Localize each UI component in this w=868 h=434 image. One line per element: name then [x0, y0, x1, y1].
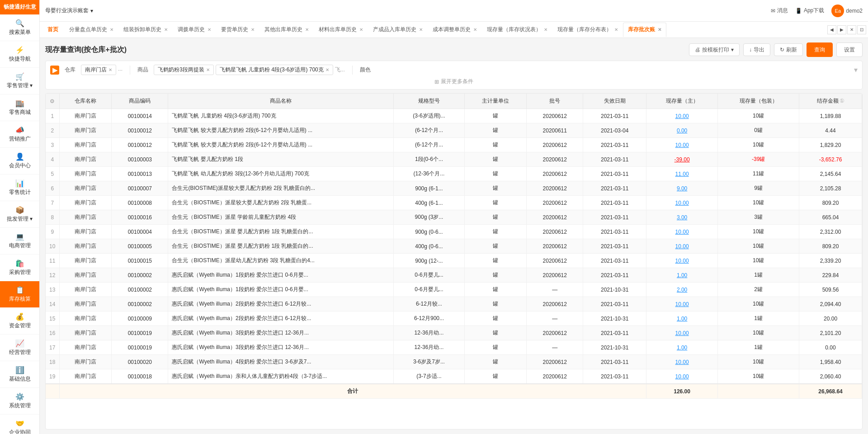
filter-sep-1	[130, 66, 130, 75]
page-content: 现存量查询(按仓库+批次) 🖨 按模板打印 ▾ ↓ 导出 ↻ 刷新 查询	[40, 38, 868, 434]
industry-selector[interactable]: 母婴行业演示账套 ▾	[45, 7, 93, 14]
table-row: 13 南岸门店 00100002 惠氏启赋（Wyeth illuma）1段奶粉 …	[46, 283, 862, 297]
col-qty-main: 现存量（主）	[646, 94, 717, 109]
table-row: 11 南岸门店 00100015 合生元（BIOSTIME）派星幼儿配方奶粉 3…	[46, 254, 862, 268]
tab-4[interactable]: 要货单历史✕	[216, 23, 259, 37]
tab-3[interactable]: 调拨单历史✕	[173, 23, 216, 37]
sidebar-item-15[interactable]: 🤝企业协同	[0, 415, 39, 434]
header-left: 母婴行业演示账套 ▾	[45, 7, 93, 14]
tab-prev-btn[interactable]: ◀	[827, 25, 836, 34]
filter-collapse-arrow[interactable]: ▾	[854, 66, 858, 74]
goods-tag-2-remove[interactable]: ✕	[326, 67, 329, 72]
sidebar-item-7[interactable]: 📦批发管理 ▾	[0, 201, 39, 228]
query-btn[interactable]: 查询	[807, 42, 833, 57]
tab-9[interactable]: 现存量（库存状况表）✕	[482, 23, 552, 37]
tab-1[interactable]: 分量盘点单历史✕	[64, 23, 118, 37]
tab-next-btn[interactable]: ▶	[837, 25, 846, 34]
tab-0[interactable]: 首页	[42, 23, 64, 37]
warehouse-tag-remove[interactable]: ✕	[108, 67, 112, 72]
sidebar-item-10[interactable]: 📋库存核算	[0, 281, 39, 308]
filter-expand-btn[interactable]: ▶	[50, 66, 59, 75]
sidebar-item-6[interactable]: 📊零售统计	[0, 175, 39, 201]
tab-close-4[interactable]: ✕	[251, 27, 255, 32]
table-row: 7 南岸门店 00100008 合生元（BIOSTIME）派星较大婴儿配方奶粉 …	[46, 196, 862, 210]
color-filter-label: 颜色	[360, 66, 371, 74]
tab-close-btn[interactable]: ✕	[847, 25, 856, 34]
tab-6[interactable]: 材料出库单历史✕	[314, 23, 368, 37]
goods-tag-2: 飞鹤星飞帆 儿童奶粉 4段(3-6岁适用) 700克 ✕	[216, 65, 333, 75]
tab-close-8[interactable]: ✕	[473, 27, 477, 32]
tab-close-10[interactable]: ✕	[614, 27, 618, 32]
warehouse-filter-tags: 南岸门店 ✕ ···	[81, 65, 123, 75]
print-btn[interactable]: 🖨 按模板打印 ▾	[689, 43, 740, 56]
col-warehouse: 仓库名称	[59, 94, 112, 109]
user-profile[interactable]: Ea demo2	[831, 5, 863, 17]
table-row: 16 南岸门店 00100019 惠氏启赋（Wyeth illuma）3段奶粉 …	[46, 326, 862, 340]
sidebar-item-4[interactable]: 📣营销推广	[0, 121, 39, 148]
expand-down-icon: ⊞	[434, 79, 439, 85]
tab-close-2[interactable]: ✕	[164, 27, 168, 32]
sidebar-item-13[interactable]: ℹ️基础信息	[0, 361, 39, 388]
inventory-table: ⚙ 仓库名称 商品编码 商品名称 规格型号 主计量单位 批号 失效日期 现存量（…	[46, 94, 862, 399]
tab-5[interactable]: 其他出库单历史✕	[259, 23, 314, 37]
table-row: 8 南岸门店 00100016 合生元（BIOSTIME）派星 学龄前儿童配方奶…	[46, 210, 862, 225]
sidebar-item-3[interactable]: 🏬零售商城	[0, 94, 39, 121]
table-row: 4 南岸门店 00100003 飞鹤星飞帆 婴儿配方奶粉 1段 1段(0-6个.…	[46, 152, 862, 167]
tab-close-5[interactable]: ✕	[305, 27, 309, 32]
tab-menu-btn[interactable]: ⊡	[857, 25, 866, 34]
tab-8[interactable]: 成本调整单历史✕	[428, 23, 482, 37]
header-right: ✉ 消息 📱 App下载 Ea demo2	[771, 5, 863, 17]
industry-label: 母婴行业演示账套	[45, 7, 89, 14]
col-code: 商品编码	[112, 94, 168, 109]
export-btn[interactable]: ↓ 导出	[743, 43, 770, 56]
app-download-btn[interactable]: 📱 App下载	[795, 7, 824, 14]
tab-close-7[interactable]: ✕	[419, 27, 423, 32]
col-settings[interactable]: ⚙	[46, 94, 59, 109]
sidebar-item-12[interactable]: 📈经营管理	[0, 335, 39, 361]
sidebar: 畅捷通好生意 🔍搜索菜单⚡快捷导航🛒零售管理 ▾🏬零售商城📣营销推广👤会员中心📊…	[0, 0, 40, 434]
table-header-row: ⚙ 仓库名称 商品编码 商品名称 规格型号 主计量单位 批号 失效日期 现存量（…	[46, 94, 862, 109]
table-row: 19 南岸门店 00100018 惠氏启赋（Wyeth illuma）亲和人体儿…	[46, 369, 862, 384]
tab-close-6[interactable]: ✕	[359, 27, 363, 32]
sidebar-item-1[interactable]: ⚡快捷导航	[0, 41, 39, 68]
sidebar-item-8[interactable]: 💻电商管理	[0, 228, 39, 255]
tab-2[interactable]: 组装拆卸单历史✕	[118, 23, 173, 37]
tab-close-11[interactable]: ✕	[658, 27, 661, 32]
page-title: 现存量查询(按仓库+批次)	[45, 45, 127, 55]
table-row: 12 南岸门店 00100002 惠氏启赋（Wyeth illuma）1段奶粉 …	[46, 268, 862, 283]
sidebar-item-11[interactable]: 💰资金管理	[0, 308, 39, 335]
warehouse-filter-more[interactable]: ···	[118, 67, 123, 73]
goods-tag-1-remove[interactable]: ✕	[206, 67, 210, 72]
col-expire: 失效日期	[583, 94, 646, 109]
sidebar-item-9[interactable]: 🛍️采购管理	[0, 255, 39, 281]
tab-11[interactable]: 库存批次账✕	[623, 23, 666, 37]
table-row: 18 南岸门店 00100020 惠氏启赋（Wyeth illuma）4段奶粉 …	[46, 355, 862, 369]
tab-10[interactable]: 现存量（库存分布表）✕	[552, 23, 623, 37]
tab-arrows: ◀ ▶ ✕ ⊡	[827, 25, 866, 34]
refresh-btn[interactable]: ↻ 刷新	[774, 43, 803, 56]
message-icon: ✉	[771, 8, 775, 14]
goods-filter-more[interactable]: 飞...	[335, 66, 345, 74]
tab-bar: 首页分量盘点单历史✕组装拆卸单历史✕调拨单历史✕要货单历史✕其他出库单历史✕材料…	[40, 22, 868, 38]
warehouse-tag: 南岸门店 ✕	[81, 65, 116, 75]
download-icon: 📱	[795, 8, 802, 14]
avatar: Ea	[831, 5, 844, 17]
col-spec: 规格型号	[393, 94, 464, 109]
sidebar-item-14[interactable]: ⚙️系统管理	[0, 388, 39, 415]
tab-close-1[interactable]: ✕	[110, 27, 113, 32]
page-header: 现存量查询(按仓库+批次) 🖨 按模板打印 ▾ ↓ 导出 ↻ 刷新 查询	[45, 42, 863, 57]
filter-row: ▶ 仓库 南岸门店 ✕ ··· 商品 飞鹤奶粉3段两提装 ✕	[50, 65, 858, 75]
sidebar-item-2[interactable]: 🛒零售管理 ▾	[0, 68, 39, 94]
table-row: 10 南岸门店 00100005 合生元（BIOSTIME）派星 婴儿配方奶粉 …	[46, 239, 862, 254]
message-btn[interactable]: ✉ 消息	[771, 7, 788, 14]
table-row: 17 南岸门店 00100019 惠氏启赋（Wyeth illuma）3段奶粉 …	[46, 340, 862, 355]
table-row: 1 南岸门店 00100014 飞鹤星飞帆 儿童奶粉 4段(3-6岁适用) 70…	[46, 109, 862, 123]
sidebar-item-5[interactable]: 👤会员中心	[0, 148, 39, 175]
tab-close-9[interactable]: ✕	[544, 27, 547, 32]
settings-btn[interactable]: 设置	[836, 42, 863, 57]
tab-close-3[interactable]: ✕	[208, 27, 211, 32]
tab-7[interactable]: 产成品入库单历史✕	[368, 23, 428, 37]
top-header: 母婴行业演示账套 ▾ ✉ 消息 📱 App下载 Ea demo2	[40, 0, 868, 22]
sidebar-item-0[interactable]: 🔍搜索菜单	[0, 14, 39, 41]
filter-expand-more[interactable]: ⊞ 展开更多条件	[50, 78, 858, 85]
